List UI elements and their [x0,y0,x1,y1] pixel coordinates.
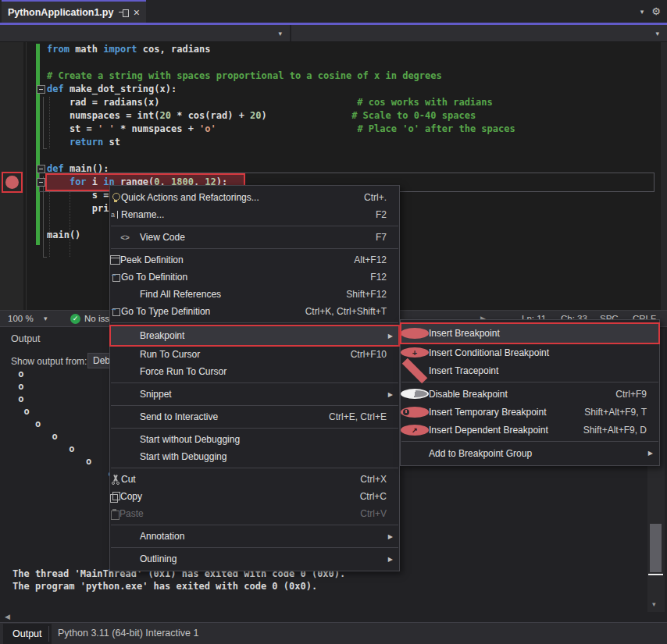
submenu-item-insert-breakpoint[interactable]: Insert Breakpoint [401,323,659,343]
submenu-item-insert-tracepoint[interactable]: Insert Tracepoint [401,361,659,379]
code-token: rad = radians(x) [47,97,160,108]
menu-item-find-all-references[interactable]: Find All ReferencesShift+F12 [110,286,399,303]
nav-member-dropdown[interactable]: ▾ [291,25,667,41]
submenu-item-disable-breakpoint[interactable]: Disable BreakpointCtrl+F9 [401,385,659,403]
menu-item-cut[interactable]: CutCtrl+X [110,471,399,488]
menu-item-label: Cut [121,474,360,485]
scroll-down-arrow-icon[interactable]: ▾ [652,600,656,608]
pin-icon[interactable] [118,7,129,18]
menu-item-label: Quick Actions and Refactorings... [121,192,364,203]
menu-separator [401,441,658,442]
menu-item-shortcut: Ctrl+K, Ctrl+Shift+T [305,306,391,317]
breakpoint-glyph[interactable] [5,176,19,189]
tab-pythonapplication1[interactable]: PythonApplication1.py × [2,0,146,23]
menu-item-snippet[interactable]: Snippet▶ [110,386,399,403]
menu-item-run-to-cursor[interactable]: Run To CursorCtrl+F10 [110,346,399,363]
tab-output[interactable]: Output [3,624,52,644]
code-token: def [47,163,70,174]
code-line[interactable]: return st [0,136,661,149]
menu-item-go-to-definition[interactable]: Go To DefinitionF12 [110,269,399,286]
zoom-chevron-down-icon[interactable]: ▾ [44,315,48,322]
zoom-level[interactable]: 100 % [8,314,34,323]
scroll-left-arrow-icon[interactable]: ◀ [5,613,10,621]
code-line[interactable]: rad = radians(x) # cos works with radian… [0,96,661,109]
menu-item-annotation[interactable]: Annotation▶ [110,528,399,545]
menu-item-start-with-debugging[interactable]: Start with Debugging [110,448,399,465]
code-token: # Place 'o' after the spaces [216,123,515,134]
menu-separator [111,382,398,383]
gear-icon[interactable]: ⚙ [651,5,661,17]
cut-icon [110,474,121,485]
menu-item-label: Snippet [140,389,391,400]
menu-item-label: Insert Tracepoint [429,365,651,376]
submenu-item-insert-dependent-breakpoint[interactable]: Insert Dependent BreakpointShift+Alt+F9,… [401,421,659,439]
submenu-item-add-to-breakpoint-group[interactable]: Add to Breakpoint Group▶ [401,444,659,462]
menu-item-label: Insert Conditional Breakpoint [429,347,651,358]
menu-item-shortcut: Ctrl+X [360,474,391,485]
menu-separator [111,226,398,226]
menu-item-label: Annotation [140,531,391,542]
go-to-type-definition-icon [110,307,121,317]
code-token: main(): [70,163,109,174]
menu-item-label: Rename... [121,209,376,220]
menu-item-label: Outlining [140,553,391,564]
fold-toggle-icon[interactable] [37,85,45,94]
menu-item-label: Insert Temporary Breakpoint [429,407,584,418]
menu-item-force-run-to-cursor[interactable]: Force Run To Cursor [110,363,399,380]
menu-separator [111,547,398,548]
menu-item-start-without-debugging[interactable]: Start without Debugging [110,431,399,448]
code-line[interactable]: def make_dot_string(x): [0,83,661,96]
menu-item-breakpoint[interactable]: Breakpoint▶ [110,326,399,346]
chevron-down-icon: ▾ [278,30,282,37]
vs-window: PythonApplication1.py × ▾ ⚙ ▾ ▾ from mat… [0,0,667,644]
editor-vertical-scrollbar[interactable] [661,42,667,310]
menu-separator [111,405,398,406]
code-line[interactable] [0,56,661,69]
code-line[interactable]: from math import cos, radians [0,43,661,56]
menu-item-rename[interactable]: Rename...F2 [110,206,399,223]
menu-item-label: Start without Debugging [140,434,391,445]
fold-toggle-icon[interactable] [37,165,45,173]
submenu-item-insert-temporary-breakpoint[interactable]: Insert Temporary BreakpointShift+Alt+F9,… [401,403,659,421]
code-line[interactable]: # Create a string with spaces proportion… [0,69,661,83]
menu-item-shortcut: F7 [376,232,391,243]
code-token [47,137,70,148]
menu-item-shortcut: Shift+Alt+F9, T [584,407,651,418]
menu-item-peek-definition[interactable]: Peek DefinitionAlt+F12 [110,251,399,269]
peek-definition-icon [110,255,120,265]
rename-icon [110,209,121,220]
fold-toggle-icon[interactable] [37,178,45,187]
submenu-item-insert-conditional-breakpoint[interactable]: Insert Conditional Breakpoint [401,343,659,361]
menu-separator [111,468,398,468]
menu-item-paste[interactable]: PasteCtrl+V [110,505,399,522]
tab-title: PythonApplication1.py [8,7,118,18]
menu-item-go-to-type-definition[interactable]: Go To Type DefinitionCtrl+K, Ctrl+Shift+… [110,303,399,320]
code-line[interactable]: st = ' ' * numspaces + 'o' # Place 'o' a… [0,123,661,136]
code-token: cos, radians [143,44,211,55]
bp-tracepoint-icon [402,358,428,383]
code-line[interactable]: numspaces = int(20 * cos(rad) + 20) # Sc… [0,109,661,123]
code-line[interactable] [0,149,661,162]
breakpoint-submenu: Insert BreakpointInsert Conditional Brea… [400,319,660,466]
menu-item-label: Insert Breakpoint [429,328,651,339]
bp-temporary-icon [401,407,429,418]
menu-item-label: Find All References [140,289,346,300]
copy-icon [110,492,120,502]
close-icon[interactable]: × [134,7,140,18]
code-token: return [70,137,103,148]
nav-scope-dropdown[interactable]: ▾ [0,25,291,41]
menu-item-quick-actions-and-refactorings[interactable]: Quick Actions and Refactorings...Ctrl+. [110,189,399,206]
document-tab-strip: PythonApplication1.py × ▾ ⚙ [0,0,667,23]
tab-list-chevron-down-icon[interactable]: ▾ [640,8,644,16]
code-token: # cos works with radians [160,97,493,108]
menu-item-outlining[interactable]: Outlining▶ [110,550,399,568]
scrollbar-thumb[interactable] [650,524,662,572]
tab-python-interactive[interactable]: Python 3.11 (64-bit) Interactive 1 [58,628,198,639]
menu-item-send-to-interactive[interactable]: Send to InteractiveCtrl+E, Ctrl+E [110,408,399,425]
code-token: st = [47,123,98,134]
code-token: st [103,137,120,148]
code-token: make_dot_string(x): [70,84,177,94]
code-token: numspaces = int( [47,110,160,121]
menu-item-view-code[interactable]: View CodeF7 [110,229,399,246]
menu-item-copy[interactable]: CopyCtrl+C [110,488,399,505]
